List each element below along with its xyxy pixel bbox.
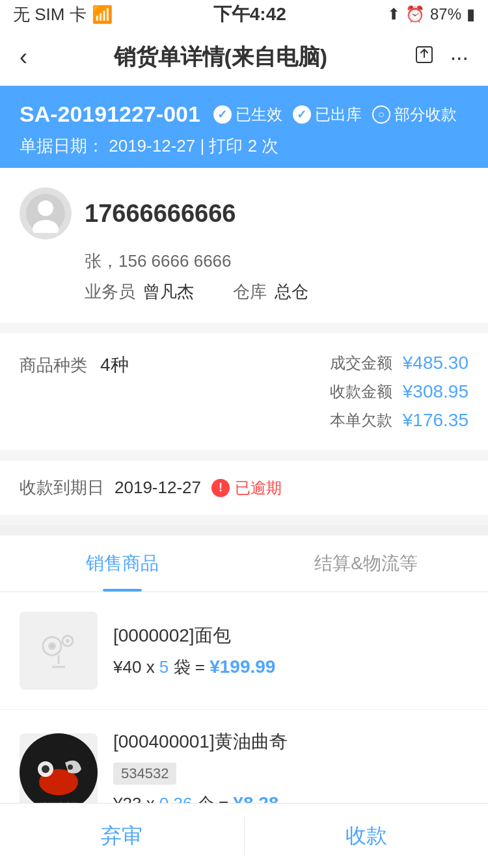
svg-point-2 [38,200,53,216]
product-name-1: [0000002]面包 [113,623,468,648]
received-amount: ¥308.95 [403,381,468,402]
tab-bar: 销售商品 结算&物流等 [0,536,488,592]
warehouse-name: 总仓 [275,280,308,303]
nav-actions: ··· [414,44,468,70]
deal-amount: ¥485.30 [403,353,468,373]
badge-partial-payment: ○ 部分收款 [372,104,457,125]
confirm-button[interactable]: 收款 [245,804,489,868]
overdue-badge: ! 已逾期 [211,478,282,498]
debt-amount-row: 本单欠款 ¥176.35 [330,410,468,431]
badge-shipped: ✓ 已出库 [293,104,362,125]
equals-1: = [195,657,210,677]
tab-settlement-label: 结算&物流等 [314,553,418,573]
type-label: 商品种类 [20,354,87,377]
print-count: 2 [248,136,257,156]
print-label: | 打印 [200,136,243,156]
debt-label: 本单欠款 [330,410,392,431]
alarm-icon: ⏰ [405,5,425,23]
banner-id-row: SA-20191227-001 ✓ 已生效 ✓ 已出库 ○ 部分收款 [20,102,468,127]
customer-section: 17666666666 张，156 6666 6666 业务员 曾凡杰 仓库 总… [0,168,488,323]
tab-products-label: 销售商品 [86,553,159,573]
product-image-1 [20,612,98,690]
customer-phone: 17666666666 [85,200,236,228]
order-id: SA-20191227-001 [20,102,200,127]
unit-1: 袋 [174,657,191,677]
status-bar: 无 SIM 卡 📶 下午4:42 ⬆ ⏰ 87% ▮ [0,0,488,29]
bottom-action-bar: 弃审 收款 [0,803,488,868]
clock-icon: ○ [372,105,390,124]
print-suffix: 次 [262,136,278,156]
svg-point-15 [68,765,73,770]
cancel-button[interactable]: 弃审 [0,804,244,868]
svg-point-14 [42,765,49,773]
more-icon[interactable]: ··· [450,44,468,70]
check-icon: ✓ [213,105,232,124]
warehouse-label: 仓库 [233,280,267,303]
staff-name: 曾凡杰 [143,280,194,303]
due-label: 收款到期日 [20,476,104,499]
due-date-section: 收款到期日 2019-12-27 ! 已逾期 [0,461,488,515]
location-icon: ⬆ [387,5,400,23]
staff-label: 业务员 [85,280,135,303]
tab-products[interactable]: 销售商品 [0,536,244,591]
product-info-1: [0000002]面包 ¥40 x 5 袋 = ¥199.99 [113,623,468,679]
badge-activated: ✓ 已生效 [213,104,282,125]
product-item-1: [0000002]面包 ¥40 x 5 袋 = ¥199.99 [0,592,488,710]
debt-amount: ¥176.35 [403,410,468,431]
product-image-2: advanced whole [20,733,98,811]
order-date: 2019-12-27 [109,136,195,156]
status-time: 下午4:42 [213,2,286,27]
share-icon[interactable] [414,44,435,70]
customer-info-row: 业务员 曾凡杰 仓库 总仓 [20,280,468,303]
page-title: 销货单详情(来自电脑) [114,42,328,72]
status-left: 无 SIM 卡 📶 [13,3,113,26]
tab-settlement[interactable]: 结算&物流等 [244,536,488,591]
staff-info: 业务员 曾凡杰 [85,280,194,303]
svg-point-6 [51,645,53,647]
products-list: [0000002]面包 ¥40 x 5 袋 = ¥199.99 advanced… [0,592,488,835]
section-divider [0,525,488,536]
date-label: 单据日期： [20,136,104,156]
amount-stats: 成交金额 ¥485.30 收款金额 ¥308.95 本单欠款 ¥176.35 [244,353,468,431]
back-button[interactable]: ‹ [20,44,27,71]
overdue-text: 已逾期 [235,478,282,498]
check-icon-2: ✓ [293,105,311,124]
overdue-icon: ! [211,479,230,497]
due-date: 2019-12-27 [115,478,201,498]
carrier-label: 无 SIM 卡 [13,3,87,26]
status-badges: ✓ 已生效 ✓ 已出库 ○ 部分收款 [213,104,457,125]
order-header-banner: SA-20191227-001 ✓ 已生效 ✓ 已出库 ○ 部分收款 单据日期：… [0,86,488,168]
product-price-1: ¥40 x 5 袋 = ¥199.99 [113,656,468,679]
received-amount-row: 收款金额 ¥308.95 [330,381,468,402]
received-label: 收款金额 [330,381,392,402]
product-type-stat: 商品种类 4种 [20,353,244,377]
order-date-row: 单据日期： 2019-12-27 | 打印 2 次 [20,135,468,157]
deal-amount-row: 成交金额 ¥485.30 [330,353,468,373]
price-base-1: ¥40 [113,657,141,677]
product-badge-2: 534532 [113,763,176,785]
wifi-icon: 📶 [92,5,113,25]
stats-section: 商品种类 4种 成交金额 ¥485.30 收款金额 ¥308.95 本单欠款 ¥… [0,333,488,450]
svg-point-8 [66,639,70,643]
product-name-2: [000400001]黄油曲奇 [113,729,468,754]
battery-icon: ▮ [467,5,475,23]
avatar [20,187,72,239]
warehouse-info: 仓库 总仓 [233,280,308,303]
price-separator-1: x [146,657,159,677]
deal-label: 成交金额 [330,353,392,373]
tab-active-indicator [103,589,142,591]
battery-label: 87% [430,5,461,23]
customer-identity-row: 17666666666 [20,187,468,239]
status-right: ⬆ ⏰ 87% ▮ [387,5,475,23]
type-count: 4种 [100,353,129,377]
quantity-1: 5 [159,657,169,677]
nav-bar: ‹ 销货单详情(来自电脑) ··· [0,29,488,86]
total-1: ¥199.99 [210,657,275,677]
customer-contact: 张，156 6666 6666 [20,250,468,273]
